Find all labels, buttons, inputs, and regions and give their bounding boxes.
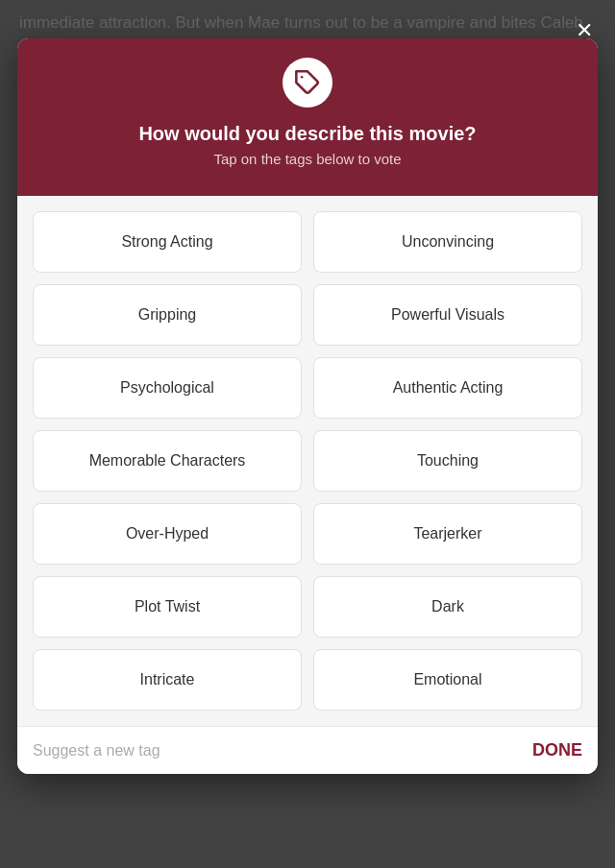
tag-unconvincing[interactable]: Unconvincing (313, 211, 582, 273)
close-button[interactable]: ✕ (569, 15, 600, 46)
tag-powerful-visuals[interactable]: Powerful Visuals (313, 284, 582, 346)
done-button[interactable]: DONE (521, 740, 582, 760)
tag-touching[interactable]: Touching (313, 430, 582, 492)
tag-authentic-acting[interactable]: Authentic Acting (313, 357, 582, 419)
tag-psychological[interactable]: Psychological (33, 357, 302, 419)
tag-memorable-characters[interactable]: Memorable Characters (33, 430, 302, 492)
tag-emotional[interactable]: Emotional (313, 649, 582, 711)
suggest-input[interactable] (33, 742, 521, 760)
modal-subtitle: Tap on the tags below to vote (37, 151, 578, 167)
modal-footer: DONE (17, 726, 598, 774)
tag-tearjerker[interactable]: Tearjerker (313, 503, 582, 565)
tags-grid: Strong ActingUnconvincingGrippingPowerfu… (33, 211, 582, 711)
tag-icon (294, 69, 321, 96)
tag-intricate[interactable]: Intricate (33, 649, 302, 711)
modal-body: Strong ActingUnconvincingGrippingPowerfu… (17, 196, 598, 726)
tag-dark[interactable]: Dark (313, 576, 582, 638)
tag-plot-twist[interactable]: Plot Twist (33, 576, 302, 638)
close-icon: ✕ (576, 18, 593, 43)
modal: How would you describe this movie? Tap o… (17, 38, 598, 774)
tag-strong-acting[interactable]: Strong Acting (33, 211, 302, 273)
icon-circle (283, 58, 332, 108)
tag-over-hyped[interactable]: Over-Hyped (33, 503, 302, 565)
modal-header: How would you describe this movie? Tap o… (17, 38, 598, 196)
modal-title: How would you describe this movie? (37, 123, 578, 145)
tag-gripping[interactable]: Gripping (33, 284, 302, 346)
